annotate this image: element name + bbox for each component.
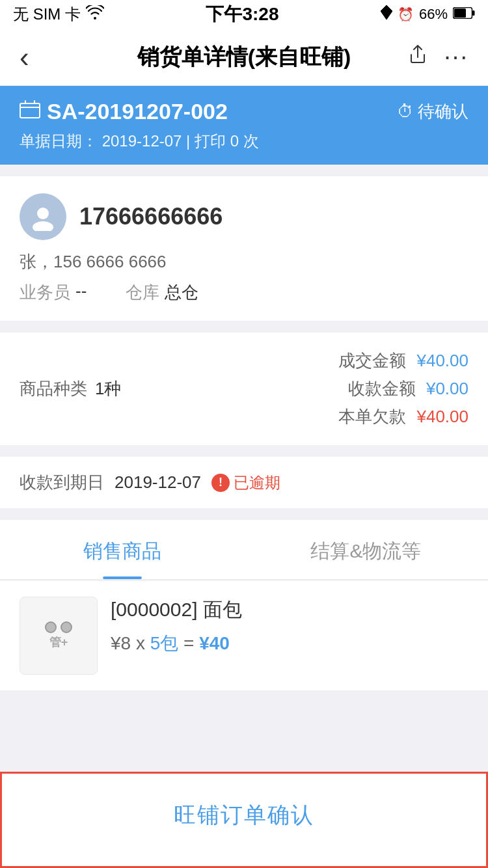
- svg-point-6: [33, 221, 53, 231]
- order-id: SA-20191207-002: [20, 99, 228, 124]
- confirm-button-container: 旺铺订单确认: [0, 772, 488, 868]
- product-total: ¥40: [199, 633, 230, 653]
- tabs-container: 销售商品 结算&物流等: [0, 520, 488, 580]
- sales-value: --: [75, 281, 87, 304]
- order-header-banner: SA-20191207-002 ⏱ 待确认 单据日期： 2019-12-07 |…: [0, 86, 488, 165]
- status-bar: 无 SIM 卡 下午3:28 ⏰ 66%: [0, 0, 488, 29]
- status-left: 无 SIM 卡: [13, 4, 104, 25]
- order-icon: [20, 100, 40, 123]
- wifi-icon: [86, 5, 104, 23]
- customer-name-info: 张，156 6666 6666: [20, 251, 468, 273]
- amount-label: 成交金额: [338, 349, 406, 372]
- page-title: 销货单详情(来自旺铺): [137, 42, 351, 72]
- more-button[interactable]: ···: [444, 43, 468, 71]
- product-quantity: 5包: [150, 633, 179, 653]
- overdue-icon: !: [211, 474, 230, 492]
- product-price: ¥8 x 5包 = ¥40: [111, 631, 468, 656]
- owl-right-eye: [61, 621, 72, 633]
- due-date-value: 2019-12-07: [115, 472, 201, 493]
- svg-rect-4: [20, 103, 40, 118]
- tab-settlement-logistics[interactable]: 结算&物流等: [244, 520, 488, 579]
- amount-value: ¥40.00: [416, 351, 468, 371]
- battery-label: 66%: [419, 6, 448, 23]
- share-button[interactable]: [407, 44, 428, 70]
- due-date-section: 收款到期日 2019-12-07 ! 已逾期: [0, 457, 488, 508]
- overdue-badge: ! 已逾期: [211, 472, 280, 493]
- product-type-label: 商品种类: [20, 377, 87, 400]
- product-type-value: 1种: [95, 377, 121, 400]
- product-info: [0000002] 面包 ¥8 x 5包 = ¥40: [111, 597, 468, 656]
- due-label: 本单欠款: [338, 405, 406, 428]
- sales-label: 业务员: [20, 281, 70, 304]
- status-time: 下午3:28: [206, 2, 278, 27]
- due-value: ¥40.00: [416, 407, 468, 427]
- product-list: 管+ [0000002] 面包 ¥8 x 5包 = ¥40: [0, 581, 488, 690]
- owl-logo-text: 管+: [49, 634, 68, 650]
- warehouse-label: 仓库: [126, 281, 159, 304]
- order-status: ⏱ 待确认: [397, 100, 468, 123]
- customer-avatar: [20, 193, 66, 240]
- svg-rect-2: [454, 8, 466, 18]
- order-date: 单据日期： 2019-12-07 | 打印 0 次: [20, 131, 468, 152]
- status-right: ⏰ 66%: [381, 5, 475, 23]
- location-icon: [381, 5, 392, 23]
- product-thumbnail: 管+: [20, 597, 98, 675]
- customer-section: 17666666666 张，156 6666 6666 业务员 -- 仓库 总仓: [0, 176, 488, 321]
- customer-meta: 业务员 -- 仓库 总仓: [20, 281, 468, 304]
- battery-icon: [453, 6, 475, 23]
- owl-left-eye: [45, 621, 57, 633]
- svg-point-5: [37, 208, 49, 219]
- svg-rect-3: [472, 10, 475, 16]
- product-item: 管+ [0000002] 面包 ¥8 x 5包 = ¥40: [20, 597, 468, 675]
- collected-label: 收款金额: [348, 377, 416, 400]
- confirm-order-button[interactable]: 旺铺订单确认: [21, 787, 467, 844]
- tab-sales-products[interactable]: 销售商品: [0, 520, 244, 579]
- nav-actions: ···: [407, 43, 468, 71]
- no-sim-label: 无 SIM 卡: [13, 4, 81, 25]
- summary-section: 商品种类 1种 成交金额 ¥40.00 收款金额 ¥0.00 本单欠款 ¥40.…: [0, 332, 488, 445]
- due-date-label: 收款到期日: [20, 471, 104, 494]
- svg-marker-0: [381, 6, 392, 19]
- customer-phone: 17666666666: [79, 203, 223, 230]
- product-name: [0000002] 面包: [111, 597, 468, 623]
- back-button[interactable]: ‹: [20, 41, 42, 74]
- alarm-icon: ⏰: [398, 7, 414, 22]
- overdue-text: 已逾期: [234, 472, 280, 493]
- nav-bar: ‹ 销货单详情(来自旺铺) ···: [0, 29, 488, 86]
- warehouse-value: 总仓: [165, 281, 198, 304]
- collected-value: ¥0.00: [426, 379, 468, 399]
- status-clock-icon: ⏱: [397, 102, 414, 122]
